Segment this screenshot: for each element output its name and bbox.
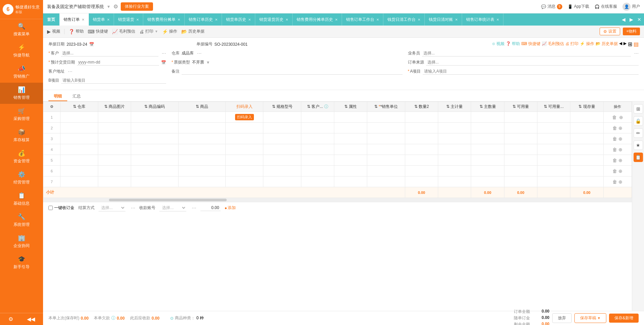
- staff-input[interactable]: [422, 50, 631, 56]
- sidebar-item-purchase[interactable]: 🛒 采购管理: [0, 104, 43, 125]
- message-button[interactable]: 💬 消息 9: [541, 4, 562, 9]
- row-copy-icon[interactable]: ⊕: [618, 158, 623, 163]
- view-icon[interactable]: ⊙ 视频: [492, 41, 504, 47]
- tab-sales-refund-history[interactable]: 销货退货历史 ✕: [255, 13, 293, 26]
- tab-home[interactable]: 首页: [43, 13, 60, 26]
- print-icon-2[interactable]: 🖨 打印: [565, 41, 578, 47]
- sidebar-item-sales[interactable]: 📊 销售管理: [0, 83, 43, 104]
- payment-amount-input[interactable]: [200, 205, 221, 211]
- tab-close-icon[interactable]: ✕: [136, 18, 139, 22]
- toolbar-profit[interactable]: 📈 毛利预估: [112, 29, 135, 34]
- solution-button[interactable]: 体验行业方案: [121, 2, 153, 11]
- tab-close-icon[interactable]: ✕: [496, 18, 499, 22]
- tab-close-icon[interactable]: ✕: [455, 18, 458, 22]
- tab-summary[interactable]: 汇总: [67, 92, 86, 101]
- user-button[interactable]: 👤 用户: [622, 3, 640, 11]
- row-delete-icon[interactable]: 🗑: [612, 179, 618, 185]
- tab-sales-return[interactable]: 销货单 ✕: [89, 13, 114, 26]
- calendar-icon[interactable]: 📅: [89, 42, 94, 47]
- prev-nav-icon[interactable]: ◀: [619, 41, 622, 47]
- tab-sales-fee[interactable]: 销售费用分摊单 ✕: [143, 13, 185, 26]
- row-delete-icon[interactable]: 🗑: [612, 136, 618, 141]
- toolbar-help[interactable]: ❓ 帮助: [69, 29, 84, 34]
- method-dots[interactable]: ···: [131, 205, 135, 211]
- tab-close-icon[interactable]: ✕: [178, 18, 180, 22]
- account-select[interactable]: 选择...: [159, 204, 186, 211]
- sidebar-item-marketing[interactable]: 📣 营销推广: [0, 62, 43, 83]
- tab-close-icon[interactable]: ✕: [82, 18, 84, 22]
- shortcut-icon[interactable]: ⌨ 快捷键: [521, 41, 540, 47]
- online-service-button[interactable]: 🎧 在线客服: [595, 4, 617, 9]
- right-panel-edit-icon[interactable]: ✏: [634, 128, 643, 138]
- tab-sales-order[interactable]: 销售订单 ✕: [60, 13, 89, 26]
- sidebar-item-system[interactable]: 🔧 系统管理: [0, 210, 43, 231]
- scrollbar-thumb[interactable]: [109, 199, 227, 201]
- profit-icon-2[interactable]: 📈 毛利预估: [542, 41, 564, 47]
- app-download-button[interactable]: 📱 App下载: [568, 4, 589, 9]
- sidebar-settings-icon[interactable]: ⚙: [8, 316, 13, 322]
- tab-sales-fee-history[interactable]: 销售费用分摊单历史 ✕: [293, 13, 342, 26]
- tab-sales-stat[interactable]: 销售订单统计表 ✕: [462, 13, 503, 26]
- toolbar-ops[interactable]: ⚡ 操作: [162, 29, 177, 34]
- tab-sales-workbench[interactable]: 销售订单工作台 ✕: [342, 13, 383, 26]
- sidebar-item-quicknav[interactable]: ⚡ 快捷导航: [0, 40, 43, 62]
- row-copy-icon[interactable]: ⊕: [618, 136, 623, 141]
- tab-sales-refund[interactable]: 销货退货 ✕: [114, 13, 143, 26]
- tab-detail[interactable]: 明细: [48, 92, 67, 101]
- row-copy-icon[interactable]: ⊕: [618, 147, 623, 152]
- toolbar-additem[interactable]: +物料: [623, 28, 640, 35]
- discard-button[interactable]: 放弃: [552, 313, 572, 323]
- tab-close-icon[interactable]: ✕: [376, 18, 379, 22]
- sidebar-collapse-icon[interactable]: ◀◀: [27, 316, 35, 322]
- help-icon-2[interactable]: ❓ 帮助: [506, 41, 520, 47]
- row-delete-icon[interactable]: 🗑: [612, 147, 618, 152]
- staff-dots-icon[interactable]: ···: [634, 50, 639, 56]
- invoice-chevron-icon[interactable]: ▼: [206, 60, 210, 65]
- right-panel-clip-icon[interactable]: 📋: [634, 153, 643, 162]
- account-dots[interactable]: ···: [192, 205, 196, 211]
- tab-close-icon[interactable]: ✕: [215, 18, 218, 22]
- row-copy-icon[interactable]: ⊕: [618, 125, 623, 131]
- tab-close-icon[interactable]: ✕: [335, 18, 338, 22]
- th-settings[interactable]: ⚙: [43, 102, 61, 112]
- payment-add-button[interactable]: ● 添加: [225, 205, 236, 211]
- tab-close-icon[interactable]: ✕: [107, 18, 110, 22]
- save-draft-button[interactable]: 保存草稿 ▼: [574, 313, 606, 323]
- right-panel-star-icon[interactable]: ★: [634, 140, 643, 150]
- topbar-settings-icon[interactable]: ⚙: [113, 3, 118, 10]
- row-delete-icon[interactable]: 🗑: [612, 168, 618, 174]
- sidebar-item-guide[interactable]: 🎓 新手引导: [0, 252, 43, 273]
- quick-deposit-checkbox[interactable]: 一键收订金: [48, 205, 74, 211]
- delivery-calendar-icon[interactable]: 📅: [161, 60, 166, 65]
- grid-view-icon[interactable]: ⊞: [628, 41, 632, 47]
- b-project-input[interactable]: [61, 77, 166, 84]
- tab-close-icon[interactable]: ✕: [418, 18, 420, 22]
- row-delete-icon[interactable]: 🗑: [611, 115, 617, 120]
- sidebar-item-operations[interactable]: ⚙️ 经营管理: [0, 167, 43, 189]
- tab-close-icon[interactable]: ✕: [248, 18, 251, 22]
- toolbar-print[interactable]: 🖨 打印 ▼: [139, 29, 158, 34]
- customer-dots-icon[interactable]: ···: [162, 50, 166, 56]
- remark-input[interactable]: [182, 68, 403, 75]
- tab-cash-clear[interactable]: 钱货日清工作台 ✕: [383, 13, 425, 26]
- row-copy-icon[interactable]: ⊕: [618, 115, 624, 120]
- toolbar-shortcut[interactable]: ⌨ 快捷键: [88, 29, 108, 34]
- sidebar-item-search[interactable]: 🔍 搜索菜单: [0, 19, 43, 40]
- toolbar-settings[interactable]: ⚙ 设置: [600, 28, 620, 35]
- tab-sales-history[interactable]: 销售订单历史 ✕: [185, 13, 222, 26]
- customer-input[interactable]: [61, 50, 158, 56]
- list-view-icon[interactable]: ▤: [634, 41, 639, 47]
- tab-close-icon[interactable]: ✕: [286, 18, 288, 22]
- a-project-input[interactable]: [423, 68, 639, 75]
- history-icon-2[interactable]: 📂 历史单据: [596, 41, 618, 47]
- sidebar-item-inventory[interactable]: 📦 库存核算: [0, 125, 43, 146]
- save-new-button[interactable]: 保存&新增: [609, 314, 639, 323]
- tab-expand-icon[interactable]: ✕: [636, 16, 643, 23]
- delivery-date-input[interactable]: [77, 59, 159, 66]
- tab-cash-reconcile[interactable]: 钱货日清对账 ✕: [425, 13, 462, 26]
- right-panel-lock-icon[interactable]: 🔒: [634, 116, 643, 126]
- order-source-input[interactable]: [426, 59, 639, 66]
- sidebar-item-basic[interactable]: 📋 基础信息: [0, 189, 43, 210]
- horizontal-scrollbar[interactable]: [43, 198, 632, 202]
- row-delete-icon[interactable]: 🗑: [612, 158, 618, 163]
